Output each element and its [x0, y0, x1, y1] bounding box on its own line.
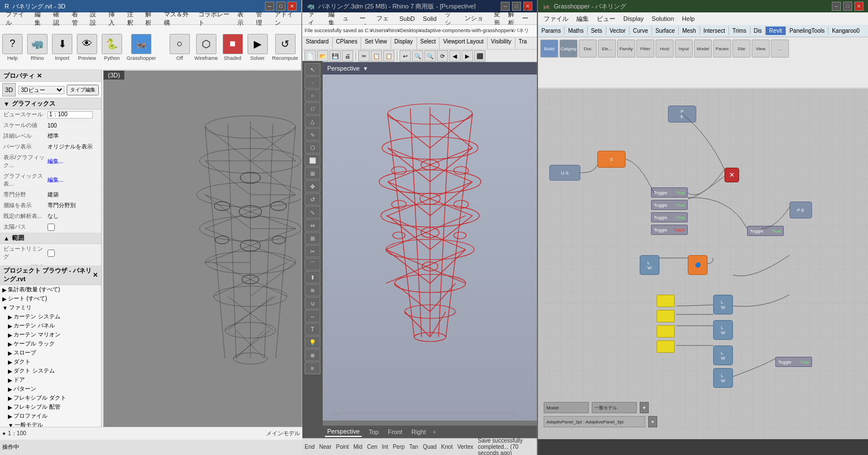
tab-visibility[interactable]: Visibility	[488, 37, 515, 49]
menu-settings[interactable]: 設設	[86, 9, 104, 28]
menu-addin[interactable]: アドイン	[271, 9, 299, 28]
tree-duct[interactable]: ▶ ダクト	[0, 357, 101, 366]
tool-square[interactable]: □	[305, 102, 320, 115]
gh-model-selector-2[interactable]: 一般モデル	[592, 402, 637, 413]
gh-ribbon-tool-3[interactable]: Doc	[579, 40, 597, 58]
gh-tab-maths[interactable]: Maths	[565, 27, 587, 35]
tool-move[interactable]: ✥	[305, 180, 320, 193]
gh-ribbon-tool-2[interactable]: Catgory	[559, 40, 578, 58]
rhino-tool-10[interactable]: 🔍	[424, 50, 436, 62]
gh-tab-mesh[interactable]: Mesh	[679, 27, 700, 35]
snap-point[interactable]: Point	[336, 444, 349, 450]
menu-confirm[interactable]: 確認	[50, 9, 67, 28]
menu-edit[interactable]: 編集	[31, 9, 49, 28]
tool-rhino[interactable]: 🦏 Rhino	[27, 34, 47, 61]
gh-node-lw-2[interactable]: LW	[713, 320, 733, 340]
gh-node-yellow-2[interactable]	[657, 310, 675, 322]
gh-ribbon-tool-1[interactable]: Build	[540, 40, 558, 58]
gh-node-yellow-4[interactable]	[657, 340, 675, 353]
gh-toggle-5[interactable]: ToggleTrue	[747, 226, 784, 236]
type-edit-btn[interactable]: タイプ編集	[67, 85, 99, 95]
tool-import[interactable]: ⬇ Import	[52, 34, 72, 61]
tree-pattern[interactable]: ▶ パターン	[0, 384, 101, 393]
menu-mass[interactable]: マス＆外構	[160, 9, 194, 28]
rhino-tool-14[interactable]: ⬛	[474, 50, 485, 62]
menu-view[interactable]: 表示	[234, 9, 251, 28]
gh-toggle-1[interactable]: ToggleTrue	[651, 187, 688, 198]
tree-curtain-panel[interactable]: ▶ カーテン パネル	[0, 321, 101, 330]
tool-fillet[interactable]: ⌒	[305, 258, 320, 270]
gh-canvas[interactable]: PE S U S ToggleTrue ToggleTrue ToggleTru…	[538, 89, 868, 439]
gh-tab-vector[interactable]: Vector	[606, 27, 630, 35]
gh-tab-params[interactable]: Params	[538, 27, 565, 35]
tool-circle[interactable]: ○	[305, 89, 320, 102]
gh-adaptive-panel-selector[interactable]: AdaptivPanel_3pt : AdaptivePanel_3pt	[544, 416, 645, 427]
tab-perspective[interactable]: Perspective	[325, 427, 362, 437]
rhino-tool-6[interactable]: 📋	[371, 50, 382, 62]
gh-ribbon-tool-12[interactable]: View	[752, 40, 770, 58]
rhino-tool-1[interactable]: 📄	[305, 50, 316, 62]
tab-display[interactable]: Display	[391, 37, 417, 49]
gh-node-bottom-lw[interactable]: LW	[713, 368, 733, 388]
gh-ribbon-tool-13[interactable]: ...	[771, 40, 789, 58]
tool-grasshopper[interactable]: 🦗 Grasshopper	[127, 34, 156, 61]
tab-tra[interactable]: Tra	[515, 37, 531, 49]
sun-checkbox[interactable]	[47, 224, 55, 231]
gh-display[interactable]: Display	[620, 14, 647, 23]
tool-arrow[interactable]: ↖	[305, 63, 320, 76]
tree-door[interactable]: ▶ ドア	[0, 375, 101, 384]
gh-tab-intersect[interactable]: Intersect	[700, 27, 729, 35]
tree-flex-pipe[interactable]: ▶ フレキシブル 配管	[0, 403, 101, 412]
snap-mid[interactable]: Mid	[353, 444, 362, 450]
gh-toggle-3[interactable]: ToggleTrue	[651, 212, 688, 222]
tool-dimension[interactable]: ↔	[305, 310, 320, 322]
snap-near[interactable]: Near	[319, 444, 332, 450]
menu-analysis[interactable]: 解析	[142, 9, 159, 28]
gh-ribbon-tool-5[interactable]: Family	[617, 40, 635, 58]
gh-solution[interactable]: Solution	[648, 14, 678, 23]
3dview-select[interactable]: 3Dビュー	[18, 86, 64, 94]
close-props-icon[interactable]: ✕	[37, 72, 42, 80]
rhino-tool-12[interactable]: ◀	[449, 50, 461, 62]
graphics-section[interactable]: ▼ グラフィックス	[0, 98, 101, 110]
menu-file[interactable]: ファイル	[2, 9, 30, 28]
snap-int[interactable]: Int	[382, 444, 388, 450]
tool-bool-union[interactable]: ∪	[305, 297, 320, 309]
tool-help[interactable]: ? Help	[2, 34, 23, 61]
snap-cen[interactable]: Cen	[367, 444, 377, 450]
gh-ribbon-tool-6[interactable]: Filter	[636, 40, 654, 58]
gh-node-gray-1[interactable]: U S	[549, 165, 580, 181]
view-scale-input[interactable]	[47, 111, 93, 119]
snap-perp[interactable]: Perp	[393, 444, 405, 450]
tool-box[interactable]: ⬜	[305, 154, 320, 167]
rhino-tool-13[interactable]: ▶	[462, 50, 473, 62]
tool-dot[interactable]: ·	[305, 76, 320, 89]
gh-node-orange-2[interactable]: 🔵	[688, 255, 708, 275]
tree-flex-duct[interactable]: ▶ フレキシブル ダクト	[0, 393, 101, 403]
gh-model-selector-1[interactable]: Model	[544, 402, 589, 413]
rhino-tool-5[interactable]: ✂	[358, 50, 370, 62]
tool-recompute[interactable]: ↺ Recompute	[272, 34, 298, 61]
gh-edit[interactable]: 編集	[573, 14, 592, 24]
tool-hex[interactable]: ⬡	[305, 141, 320, 154]
gh-node-yellow-3[interactable]	[657, 325, 675, 338]
gh-tab-dis[interactable]: Dis	[750, 27, 766, 35]
snap-knot[interactable]: Knot	[441, 444, 453, 450]
tool-extrude[interactable]: ⬆	[305, 271, 320, 283]
gh-node-pe-right[interactable]: P E	[789, 202, 812, 218]
rhino-tool-11[interactable]: ⟳	[437, 50, 448, 62]
gh-node-mid-1[interactable]: LW	[640, 255, 659, 275]
gh-tab-revit[interactable]: Revit	[766, 27, 786, 35]
rhino-subd[interactable]: SubD	[396, 14, 419, 23]
tool-misc[interactable]: ≡	[305, 362, 320, 374]
menu-manage[interactable]: 管理	[253, 9, 270, 28]
add-viewport-btn[interactable]: +	[433, 428, 436, 435]
rhino-tool-4[interactable]: 🖨	[342, 50, 353, 62]
tool-python[interactable]: 🐍 Python	[102, 34, 122, 61]
view-clipping-checkbox[interactable]	[47, 250, 55, 257]
tool-scale[interactable]: ⤡	[305, 206, 320, 218]
tree-curtain-mullion[interactable]: ▶ カーテン マリオン	[0, 330, 101, 339]
tool-loft[interactable]: ≋	[305, 284, 320, 296]
tree-curtain-sys[interactable]: ▶ カーテン システム	[0, 312, 101, 321]
python-icon[interactable]: 🐍	[102, 34, 122, 54]
